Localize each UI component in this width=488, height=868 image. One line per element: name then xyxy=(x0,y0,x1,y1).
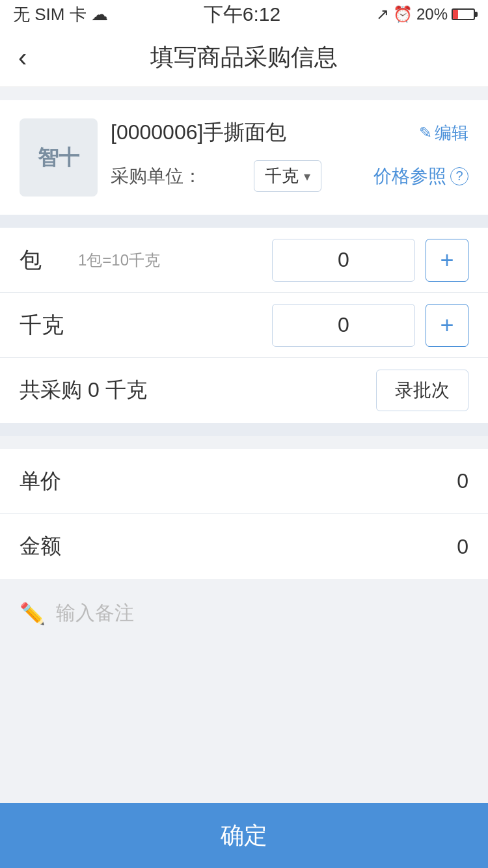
alarm-icon: ⏰ xyxy=(393,5,413,23)
amount-value: 0 xyxy=(457,535,468,559)
price-ref-label: 价格参照 xyxy=(373,164,446,189)
back-button[interactable]: ‹ xyxy=(18,43,27,72)
price-section: 单价 0 金额 0 xyxy=(0,449,488,579)
bao-plus-button[interactable]: + xyxy=(426,239,468,282)
status-time: 下午6:12 xyxy=(204,1,280,28)
status-right: ↗ ⏰ 20% xyxy=(376,5,475,23)
bao-label: 包 xyxy=(20,245,72,275)
unit-selector[interactable]: 千克 ▾ xyxy=(254,160,321,192)
battery-label: 20% xyxy=(416,5,448,23)
total-text: 共采购 0 千克 xyxy=(20,376,147,405)
status-bar: 无 SIM 卡 ☁ 下午6:12 ↗ ⏰ 20% xyxy=(0,0,488,29)
plus-icon-2: + xyxy=(440,312,454,339)
help-icon: ? xyxy=(450,167,468,185)
product-name: [0000006]手撕面包 xyxy=(111,118,286,147)
total-row: 共采购 0 千克 录批次 xyxy=(0,358,488,423)
product-logo: 智十 xyxy=(38,147,79,168)
edit-icon: ✎ xyxy=(419,124,432,142)
section-divider-1 xyxy=(0,215,488,228)
unit-value: 千克 xyxy=(265,165,299,187)
unit-price-row: 单价 0 xyxy=(0,449,488,514)
notes-section[interactable]: ✏️ 输入备注 xyxy=(0,582,488,645)
amount-row: 金额 0 xyxy=(0,514,488,579)
chevron-down-icon: ▾ xyxy=(304,169,310,184)
sim-label: 无 SIM 卡 ☁ xyxy=(13,3,108,26)
unit-label: 采购单位： xyxy=(111,164,202,189)
confirm-label: 确定 xyxy=(221,820,267,852)
quantity-form: 包 1包=10千克 0 + 千克 0 + xyxy=(0,228,488,358)
battery-icon xyxy=(452,8,475,20)
price-reference-button[interactable]: 价格参照 ? xyxy=(373,164,468,189)
kg-input[interactable]: 0 xyxy=(272,304,415,347)
batch-button[interactable]: 录批次 xyxy=(376,370,468,411)
bao-input[interactable]: 0 xyxy=(272,239,415,282)
product-image: 智十 xyxy=(20,118,98,197)
edit-label: 编辑 xyxy=(435,122,468,144)
pencil-icon: ✏️ xyxy=(20,601,46,626)
kg-plus-button[interactable]: + xyxy=(426,304,468,347)
confirm-button[interactable]: 确定 xyxy=(0,803,488,868)
bao-row: 包 1包=10千克 0 + xyxy=(0,228,488,293)
section-divider-2 xyxy=(0,423,488,436)
amount-label: 金额 xyxy=(20,532,61,561)
product-card: 智十 [0000006]手撕面包 ✎ 编辑 采购单位： 千克 ▾ 价格参照 ? xyxy=(0,100,488,215)
unit-price-value: 0 xyxy=(457,469,468,493)
edit-button[interactable]: ✎ 编辑 xyxy=(419,122,468,144)
nav-bar: ‹ 填写商品采购信息 xyxy=(0,29,488,87)
product-info: [0000006]手撕面包 ✎ 编辑 采购单位： 千克 ▾ 价格参照 ? xyxy=(111,118,468,192)
status-left: 无 SIM 卡 ☁ xyxy=(13,3,108,26)
bao-sublabel: 1包=10千克 xyxy=(78,250,160,271)
empty-space xyxy=(0,645,488,827)
notes-placeholder: 输入备注 xyxy=(56,600,134,627)
page-title: 填写商品采购信息 xyxy=(150,42,338,74)
kg-label: 千克 xyxy=(20,310,72,340)
location-icon: ↗ xyxy=(376,5,389,23)
kg-row: 千克 0 + xyxy=(0,293,488,358)
unit-price-label: 单价 xyxy=(20,467,61,496)
plus-icon: + xyxy=(440,247,454,274)
